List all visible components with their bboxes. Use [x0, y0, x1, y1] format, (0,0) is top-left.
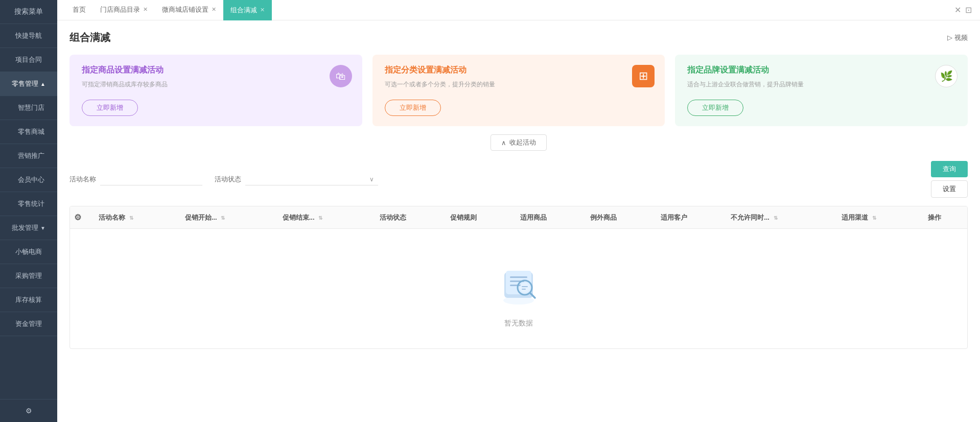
th-applicable-goods-label: 适用商品: [520, 214, 547, 221]
category-card-title: 指定分类设置满减活动: [385, 65, 653, 76]
settings-button[interactable]: 设置: [931, 180, 968, 198]
sidebar-item-smart-store[interactable]: 智慧门店: [0, 96, 57, 120]
brand-card-icon: 🌿: [935, 65, 958, 87]
sidebar: 搜索菜单 快捷导航 项目合同 零售管理 ▲ 智慧门店 零售商城 营销推广 会员中…: [0, 0, 57, 422]
gear-icon: ⚙: [26, 407, 32, 415]
tab-bar: 首页 门店商品目录 ✕ 微商城店铺设置 ✕ 组合满减 ✕ ✕ ⊡: [57, 0, 980, 20]
collapse-activity-btn[interactable]: ∧ 收起活动: [491, 134, 547, 151]
close-tab-micro-store[interactable]: ✕: [212, 6, 216, 13]
th-applicable-channel-label: 适用渠道: [842, 214, 868, 221]
sort-icon-name[interactable]: ⇅: [129, 215, 133, 221]
empty-state: 暂无数据: [70, 229, 967, 348]
svg-point-7: [520, 283, 530, 293]
table-body: 暂无数据: [70, 229, 967, 349]
table-header-row: ⚙ 活动名称 ⇅ 促销开始... ⇅ 促销结束... ⇅: [70, 206, 967, 229]
th-applicable-customer: 适用客户: [657, 206, 727, 229]
svg-rect-5: [510, 285, 521, 286]
table-empty-row: 暂无数据: [70, 229, 967, 349]
brand-card-desc: 适合与上游企业联合做营销，提升品牌销量: [687, 80, 955, 89]
sidebar-item-retail-stats[interactable]: 零售统计: [0, 192, 57, 216]
th-activity-name: 活动名称 ⇅: [95, 206, 181, 229]
sidebar-item-wholesale-mgmt[interactable]: 批发管理 ▼: [0, 216, 57, 240]
product-card-add-btn[interactable]: 立即新增: [82, 100, 138, 116]
play-icon: ▷: [947, 34, 952, 41]
sort-icon-applicable-channel[interactable]: ⇅: [872, 215, 876, 221]
th-applicable-goods: 适用商品: [516, 206, 586, 229]
close-tab-combo-discount[interactable]: ✕: [260, 7, 265, 13]
tab-home[interactable]: 首页: [65, 0, 93, 20]
th-status-label: 活动状态: [380, 214, 406, 221]
maximize-window-icon[interactable]: ⊡: [965, 5, 972, 15]
collapse-btn-label: 收起活动: [509, 138, 536, 147]
sidebar-item-retail-mall[interactable]: 零售商城: [0, 120, 57, 144]
category-activity-card: ⊞ 指定分类设置满减活动 可选一个或者多个分类，提升分类的销量 立即新增: [372, 55, 665, 126]
video-link-label: 视频: [954, 33, 968, 42]
sidebar-item-label: 批发管理: [12, 223, 38, 232]
th-activity-name-label: 活动名称: [99, 214, 125, 221]
th-applicable-channel: 适用渠道 ⇅: [837, 206, 924, 229]
brand-card-add-btn[interactable]: 立即新增: [687, 100, 743, 116]
th-promo-rule: 促销规则: [446, 206, 516, 229]
th-no-concurrent: 不允许同时... ⇅: [727, 206, 837, 229]
svg-rect-9: [522, 286, 528, 287]
th-gear: ⚙: [70, 206, 95, 229]
th-exception-goods: 例外商品: [586, 206, 656, 229]
sidebar-item-label: 资金管理: [15, 319, 42, 329]
category-card-icon: ⊞: [632, 65, 655, 87]
filter-row: 活动名称 活动状态 ∨ 查询 设置: [69, 161, 968, 198]
chevron-down-icon: ∨: [369, 176, 378, 183]
category-card-desc: 可选一个或者多个分类，提升分类的销量: [385, 80, 653, 89]
activity-status-label: 活动状态: [215, 175, 241, 184]
th-status: 活动状态: [376, 206, 446, 229]
sort-icon-promo-end[interactable]: ⇅: [318, 215, 322, 221]
sidebar-settings[interactable]: ⚙: [0, 399, 57, 422]
tab-store-catalog[interactable]: 门店商品目录 ✕: [93, 0, 155, 20]
sidebar-item-inventory-calc[interactable]: 库存核算: [0, 288, 57, 312]
sort-icon-no-concurrent[interactable]: ⇅: [774, 215, 778, 221]
sidebar-item-label: 小畅电商: [15, 247, 42, 256]
tab-combo-discount[interactable]: 组合满减 ✕: [223, 0, 272, 20]
sort-icon-promo-start[interactable]: ⇅: [221, 215, 225, 221]
sidebar-item-label: 库存核算: [15, 295, 42, 304]
th-promo-end-label: 促销结束...: [283, 214, 315, 221]
activity-cards: 🛍 指定商品设置满减活动 可指定滞销商品或库存较多商品 立即新增 ⊞ 指定分类设…: [69, 55, 968, 126]
sidebar-item-quick-nav[interactable]: 快捷导航: [0, 24, 57, 48]
activity-name-input[interactable]: [100, 173, 202, 185]
sidebar-item-project-contract[interactable]: 项目合同: [0, 48, 57, 72]
query-button[interactable]: 查询: [931, 161, 968, 177]
sidebar-item-label: 智慧门店: [18, 103, 44, 112]
tab-micro-store-label: 微商城店铺设置: [162, 5, 208, 14]
activity-table-wrap: ⚙ 活动名称 ⇅ 促销开始... ⇅ 促销结束... ⇅: [69, 206, 968, 349]
page-title: 组合满减: [69, 31, 110, 44]
table-gear-icon[interactable]: ⚙: [74, 213, 81, 222]
sidebar-item-marketing[interactable]: 营销推广: [0, 144, 57, 168]
window-controls: ✕ ⊡: [954, 5, 972, 15]
sidebar-search[interactable]: 搜索菜单: [0, 0, 57, 24]
category-card-add-btn[interactable]: 立即新增: [385, 100, 441, 116]
th-promo-start-label: 促销开始...: [185, 214, 217, 221]
tab-home-label: 首页: [73, 5, 86, 14]
sidebar-item-fund-mgmt[interactable]: 资金管理: [0, 312, 57, 336]
sidebar-item-member-center[interactable]: 会员中心: [0, 168, 57, 192]
main-area: 首页 门店商品目录 ✕ 微商城店铺设置 ✕ 组合满减 ✕ ✕ ⊡ 组合满减 ▷ …: [57, 0, 980, 422]
sidebar-item-label: 会员中心: [18, 175, 44, 184]
product-card-desc: 可指定滞销商品或库存较多商品: [82, 80, 350, 89]
product-card-icon: 🛍: [330, 65, 352, 87]
sidebar-item-purchase-mgmt[interactable]: 采购管理: [0, 264, 57, 288]
close-window-icon[interactable]: ✕: [954, 5, 961, 15]
video-link[interactable]: ▷ 视频: [947, 33, 968, 42]
page-header: 组合满减 ▷ 视频: [69, 31, 968, 44]
sidebar-item-xiaoyang-ecom[interactable]: 小畅电商: [0, 240, 57, 264]
sidebar-item-label: 零售商城: [18, 127, 44, 136]
sidebar-item-label: 零售统计: [18, 199, 44, 208]
sidebar-item-label: 采购管理: [15, 271, 42, 280]
activity-status-select[interactable]: [245, 173, 369, 185]
th-exception-goods-label: 例外商品: [590, 214, 617, 221]
tab-micro-store-settings[interactable]: 微商城店铺设置 ✕: [155, 0, 223, 20]
chevron-up-icon: ▲: [40, 81, 45, 87]
activity-table: ⚙ 活动名称 ⇅ 促销开始... ⇅ 促销结束... ⇅: [70, 206, 967, 348]
close-tab-store-catalog[interactable]: ✕: [143, 6, 148, 13]
sidebar-item-retail-mgmt[interactable]: 零售管理 ▲: [0, 72, 57, 96]
tab-store-catalog-label: 门店商品目录: [100, 5, 140, 14]
chevron-up-icon: ∧: [501, 139, 506, 147]
